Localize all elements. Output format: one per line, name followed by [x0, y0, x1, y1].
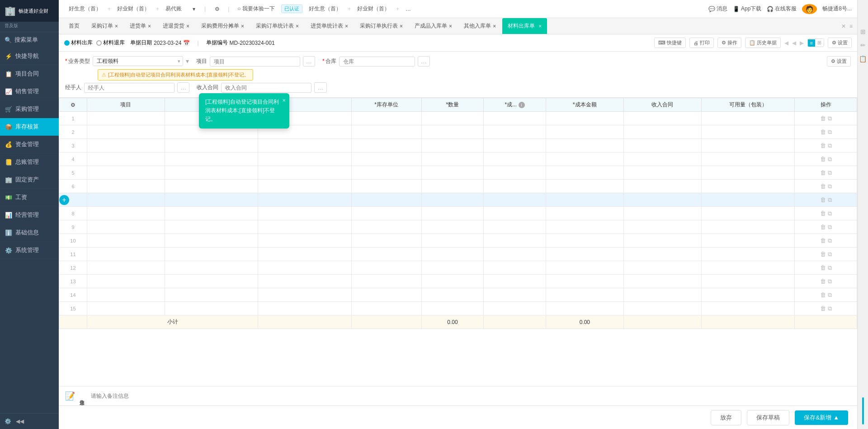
delete-row-btn[interactable]: 🗑: [820, 278, 826, 285]
nav-close-btn[interactable]: ✕: [841, 23, 846, 29]
app-download-item[interactable]: 📱 App下载: [733, 5, 761, 13]
delete-row-btn[interactable]: 🗑: [820, 237, 826, 244]
copy-row-btn[interactable]: ⧉: [828, 196, 832, 204]
project-input[interactable]: [210, 57, 300, 67]
right-panel-icon-2[interactable]: ✏: [859, 41, 868, 50]
delete-row-btn[interactable]: 🗑: [820, 251, 826, 258]
delete-row-btn[interactable]: 🗑: [820, 115, 826, 122]
brand-tab-hyc2[interactable]: 好业财（首）: [353, 3, 394, 14]
save-new-btn[interactable]: 保存&新增 ▲: [795, 410, 848, 425]
settings-gear[interactable]: ⚙: [210, 4, 224, 14]
delete-row-btn[interactable]: 🗑: [820, 196, 826, 204]
copy-row-btn[interactable]: ⧉: [828, 156, 832, 163]
copy-row-btn[interactable]: ⧉: [828, 142, 832, 149]
copy-row-btn[interactable]: ⧉: [828, 210, 832, 217]
delete-row-btn[interactable]: 🗑: [820, 169, 826, 176]
copy-row-btn[interactable]: ⧉: [828, 237, 832, 244]
sidebar-item-system[interactable]: ⚙️ 系统管理: [0, 242, 59, 259]
row7-code-input[interactable]: [168, 196, 255, 203]
form-settings-btn[interactable]: ⚙ 设置: [827, 56, 851, 67]
copy-row-btn[interactable]: ⧉: [828, 129, 832, 136]
income-contract-ellipsis-btn[interactable]: …: [314, 82, 326, 93]
delete-row-btn[interactable]: 🗑: [820, 224, 826, 231]
nav-tab-inbound-stat[interactable]: 进货单统计表 ×: [305, 18, 354, 34]
income-contract-input[interactable]: [221, 83, 311, 93]
copy-row-btn[interactable]: ⧉: [828, 224, 832, 231]
save-draft-btn[interactable]: 保存草稿: [747, 410, 789, 425]
copy-row-btn[interactable]: ⧉: [828, 251, 832, 258]
operation-btn[interactable]: ⚙ 操作: [717, 38, 741, 48]
nav-tab-purchase-stat[interactable]: 采购订单统计表 ×: [250, 18, 304, 34]
sidebar-search[interactable]: 🔍 搜索菜单: [0, 32, 59, 48]
project-ellipsis-btn[interactable]: …: [303, 56, 315, 67]
brand-tab-yidazhang[interactable]: 易代账: [161, 3, 186, 14]
copy-row-btn[interactable]: ⧉: [828, 169, 832, 176]
handler-ellipsis-btn[interactable]: …: [177, 82, 189, 93]
brand-tab-hs2[interactable]: 好生意（首）: [304, 3, 346, 14]
sidebar-item-sales[interactable]: 📈 销售管理: [0, 83, 59, 100]
shortcut-btn[interactable]: ⌨ 快捷键: [654, 38, 686, 48]
nav-tab-purchase-expense[interactable]: 采购费用分摊单 ×: [196, 18, 250, 34]
sidebar-item-inventory[interactable]: 📦 库存核算: [0, 118, 59, 136]
sidebar-item-business[interactable]: 📊 经营管理: [0, 206, 59, 224]
nav-tab-material-outbound[interactable]: 材料出库单 ×: [502, 18, 547, 34]
brand-tab-haoshengyi[interactable]: 好生意（首）: [64, 3, 106, 14]
dropdown-arrow-icon[interactable]: ▲: [833, 414, 839, 421]
sidebar-item-assets[interactable]: 🏢 固定资产: [0, 171, 59, 189]
calendar-icon[interactable]: 📅: [183, 40, 190, 46]
sidebar-item-purchase[interactable]: 🛒 采购管理: [0, 100, 59, 118]
sidebar-item-salary[interactable]: 💵 工资: [0, 189, 59, 206]
experience-link[interactable]: ○ 我要体验一下: [233, 3, 279, 14]
nav-tab-home[interactable]: 首页: [63, 18, 85, 34]
handler-input[interactable]: [84, 83, 175, 93]
add-row-btn[interactable]: +: [59, 195, 69, 205]
sidebar-item-basic[interactable]: ℹ️ 基础信息: [0, 224, 59, 242]
service-item[interactable]: 🎧 在线客服: [767, 5, 797, 13]
tooltip-close-btn[interactable]: ×: [282, 96, 286, 105]
delete-row-btn[interactable]: 🗑: [820, 291, 826, 299]
message-icon-item[interactable]: 💬 消息: [708, 5, 727, 13]
delete-row-btn[interactable]: 🗑: [820, 210, 826, 217]
discard-btn[interactable]: 放弃: [711, 410, 741, 425]
warehouse-ellipsis-btn[interactable]: …: [418, 56, 430, 67]
cost-info-icon[interactable]: i: [519, 102, 525, 108]
right-panel-icon-1[interactable]: ⊞: [859, 27, 868, 36]
radio-material-out[interactable]: 材料出库: [64, 39, 93, 47]
delete-row-btn[interactable]: 🗑: [820, 142, 826, 149]
radio-material-return[interactable]: 材料退库: [96, 39, 125, 47]
right-panel-icon-3[interactable]: 📋: [859, 54, 868, 63]
delete-row-btn[interactable]: 🗑: [820, 183, 826, 190]
collapse-icon[interactable]: ◀◀: [16, 418, 24, 424]
order-value[interactable]: MD-20230324-001: [230, 40, 275, 46]
nav-tab-return-goods[interactable]: 进退货货 ×: [157, 18, 195, 34]
sidebar-item-project[interactable]: 📋 项目合同: [0, 65, 59, 83]
copy-row-btn[interactable]: ⧉: [828, 305, 832, 312]
nav-next[interactable]: ▶: [800, 40, 804, 46]
nav-tab-other-inbound[interactable]: 其他入库单 ×: [458, 18, 501, 34]
history-btn[interactable]: 📋 历史单据: [745, 38, 781, 48]
nav-tab-purchase-exec[interactable]: 采购订单执行表 ×: [354, 18, 408, 34]
delete-row-btn[interactable]: 🗑: [820, 305, 826, 312]
sidebar-item-finance[interactable]: 💰 资金管理: [0, 136, 59, 153]
nav-tab-inbound[interactable]: 进货单 ×: [124, 18, 156, 34]
table-settings-btn[interactable]: ⚙ 设置: [828, 38, 852, 48]
brand-tab-haoyecai[interactable]: 好业财（首）: [113, 3, 154, 14]
settings-icon[interactable]: ⚙️: [5, 418, 11, 424]
nav-tab-finished-goods[interactable]: 产成品入库单 ×: [409, 18, 458, 34]
user-name[interactable]: 畅捷通8号...: [822, 5, 852, 13]
sidebar-item-ledger[interactable]: 📒 总账管理: [0, 153, 59, 171]
print-btn[interactable]: 🖨 打印: [689, 38, 714, 48]
copy-row-btn[interactable]: ⧉: [828, 291, 832, 299]
grid-view-btn[interactable]: ⊞: [815, 39, 824, 47]
user-avatar[interactable]: 🧑: [802, 4, 817, 14]
nav-more-btn[interactable]: ≡: [849, 23, 853, 29]
list-view-btn[interactable]: ≡: [808, 39, 815, 47]
delete-row-btn[interactable]: 🗑: [820, 129, 826, 136]
brand-tab-more[interactable]: …: [401, 4, 415, 14]
copy-row-btn[interactable]: ⧉: [828, 115, 832, 122]
copy-row-btn[interactable]: ⧉: [828, 264, 832, 272]
delete-row-btn[interactable]: 🗑: [820, 264, 826, 272]
warehouse-input[interactable]: [339, 57, 415, 67]
sidebar-item-quicknav[interactable]: ⚡ 快捷导航: [0, 48, 59, 65]
business-type-input[interactable]: [93, 56, 183, 66]
